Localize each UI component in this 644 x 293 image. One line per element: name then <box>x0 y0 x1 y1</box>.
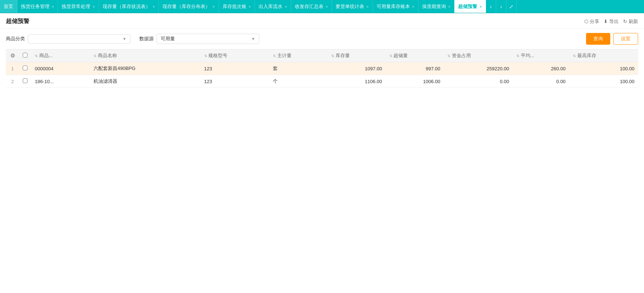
col-stock[interactable]: ⇅ 库存量 <box>328 49 386 62</box>
header-actions: ⬡ 分享 ⬇ 导出 ↻ 刷新 <box>584 18 638 25</box>
data-table: ⚙ ⇅ 商品... ⇅ 商品名称 ⇅ 规格型号 ⇅ <box>6 49 638 88</box>
close-icon[interactable]: × <box>249 4 251 9</box>
share-icon: ⬡ <box>584 19 588 24</box>
nav-expand-arrow[interactable]: ⤢ <box>506 0 517 13</box>
gear-icon[interactable]: ⚙ <box>10 52 15 59</box>
cell-product-code: 186-10... <box>31 75 90 88</box>
row-checkbox-cell[interactable] <box>19 75 31 88</box>
nav-tab-batch[interactable]: 库存批次账 × <box>219 0 255 13</box>
col-overstock[interactable]: ⇅ 超储量 <box>386 49 444 62</box>
nav-tab-available[interactable]: 可用量库存账本 × <box>373 0 418 13</box>
close-icon[interactable]: × <box>326 4 328 9</box>
close-icon[interactable]: × <box>153 4 155 9</box>
cell-product-name: 六配套新昌490BPG <box>90 62 200 75</box>
cell-stock: 1106.00 <box>328 75 386 88</box>
cell-stock: 1097.00 <box>328 62 386 75</box>
close-icon[interactable]: × <box>448 4 450 9</box>
cell-product-code: 0000004 <box>31 62 90 75</box>
datasource-select[interactable]: 可用量 ▼ <box>157 34 259 44</box>
close-icon[interactable]: × <box>92 4 95 9</box>
category-label: 商品分类 <box>6 36 25 42</box>
nav-tab-exception[interactable]: 拣货异常处理 × <box>58 0 99 13</box>
nav-tab-stock-status[interactable]: 现存量（库存状况表） × <box>99 0 159 13</box>
sort-icon: ⇅ <box>389 54 392 58</box>
query-button[interactable]: 查询 <box>586 33 610 45</box>
sort-icon: ⇅ <box>35 54 38 58</box>
sort-icon: ⇅ <box>573 54 576 58</box>
table-container: ⚙ ⇅ 商品... ⇅ 商品名称 ⇅ 规格型号 ⇅ <box>0 49 644 88</box>
category-select[interactable]: ▼ <box>28 34 131 44</box>
table-header-row: ⚙ ⇅ 商品... ⇅ 商品名称 ⇅ 规格型号 ⇅ <box>6 49 638 62</box>
checkbox-header[interactable] <box>19 49 31 62</box>
nav-next-arrow[interactable]: › <box>496 0 506 13</box>
col-capital[interactable]: ⇅ 资金占用 <box>444 49 513 62</box>
table-body: 1 0000004 六配套新昌490BPG 123 套 1097.00 997.… <box>6 62 638 88</box>
export-icon: ⬇ <box>604 19 608 24</box>
select-all-checkbox[interactable] <box>23 53 28 58</box>
top-nav: 首页 拣货任务管理 × 拣货异常处理 × 现存量（库存状况表） × 现存量（库存… <box>0 0 644 13</box>
sort-icon: ⇅ <box>331 54 334 58</box>
close-icon[interactable]: × <box>285 4 287 9</box>
sort-icon: ⇅ <box>94 54 96 58</box>
settings-header: ⚙ <box>6 49 19 62</box>
col-product-name[interactable]: ⇅ 商品名称 <box>90 49 200 62</box>
nav-tab-task[interactable]: 拣货任务管理 × <box>17 0 58 13</box>
cell-product-name: 机油滤清器 <box>90 75 200 88</box>
close-icon[interactable]: × <box>52 4 54 9</box>
sort-icon: ⇅ <box>204 54 207 58</box>
chevron-down-icon: ▼ <box>122 37 127 41</box>
datasource-value: 可用量 <box>161 36 175 42</box>
sort-icon: ⇅ <box>516 54 519 58</box>
cell-max-stock: 100.00 <box>569 75 638 88</box>
row-checkbox-cell[interactable] <box>19 62 31 75</box>
close-icon[interactable]: × <box>479 4 482 9</box>
filter-bar: 商品分类 ▼ 数据源 可用量 ▼ 查询 设置 <box>0 29 644 49</box>
cell-capital: 259220.00 <box>444 62 513 75</box>
share-button[interactable]: ⬡ 分享 <box>584 18 599 25</box>
nav-tab-stock-dist[interactable]: 现存量（库存分布表） × <box>159 0 219 13</box>
cell-avg: 0.00 <box>513 75 569 88</box>
datasource-label: 数据源 <box>139 36 154 42</box>
col-spec[interactable]: ⇅ 规格型号 <box>201 49 270 62</box>
category-select-text <box>32 36 33 42</box>
table-row: 2 186-10... 机油滤清器 123 个 1106.00 1006.00 … <box>6 75 638 88</box>
refresh-button[interactable]: ↻ 刷新 <box>623 18 638 25</box>
sort-icon: ⇅ <box>447 54 450 58</box>
set-button[interactable]: 设置 <box>613 33 638 45</box>
row-num: 1 <box>6 62 19 75</box>
col-product-code[interactable]: ⇅ 商品... <box>31 49 90 62</box>
col-avg[interactable]: ⇅ 平均... <box>513 49 569 62</box>
cell-overstock: 997.00 <box>386 62 444 75</box>
row-checkbox[interactable] <box>23 66 28 70</box>
category-filter: 商品分类 ▼ <box>6 34 131 44</box>
chevron-down-icon: ▼ <box>251 37 255 41</box>
close-icon[interactable]: × <box>212 4 215 9</box>
nav-tab-home[interactable]: 首页 <box>0 0 17 13</box>
nav-tab-flow[interactable]: 出入库流水 × <box>255 0 291 13</box>
table-row: 1 0000004 六配套新昌490BPG 123 套 1097.00 997.… <box>6 62 638 75</box>
close-icon[interactable]: × <box>366 4 369 9</box>
col-unit[interactable]: ⇅ 主计量 <box>269 49 328 62</box>
cell-spec: 123 <box>201 75 270 88</box>
nav-tab-requisition[interactable]: 要货单统计表 × <box>332 0 373 13</box>
cell-avg: 260.00 <box>513 62 569 75</box>
row-checkbox[interactable] <box>23 78 28 83</box>
cell-spec: 123 <box>201 62 270 75</box>
nav-tab-summary[interactable]: 收发存汇总表 × <box>291 0 332 13</box>
export-button[interactable]: ⬇ 导出 <box>604 18 619 25</box>
cell-unit: 个 <box>269 75 328 88</box>
filter-actions: 查询 设置 <box>586 33 638 45</box>
page-title: 超储预警 <box>6 18 29 25</box>
page-header: 超储预警 ⬡ 分享 ⬇ 导出 ↻ 刷新 <box>0 13 644 29</box>
cell-overstock: 1006.00 <box>386 75 444 88</box>
datasource-filter: 数据源 可用量 ▼ <box>139 34 259 44</box>
cell-unit: 套 <box>269 62 328 75</box>
cell-max-stock: 100.00 <box>569 62 638 75</box>
nav-tab-expiry[interactable]: 保质期查询 × <box>418 0 454 13</box>
cell-capital: 0.00 <box>444 75 513 88</box>
nav-tab-overstock[interactable]: 超储预警 × <box>454 0 486 13</box>
nav-prev-arrow[interactable]: ‹ <box>486 0 496 13</box>
close-icon[interactable]: × <box>412 4 414 9</box>
col-max-stock[interactable]: ⇅ 最高库存 <box>569 49 638 62</box>
row-num: 2 <box>6 75 19 88</box>
